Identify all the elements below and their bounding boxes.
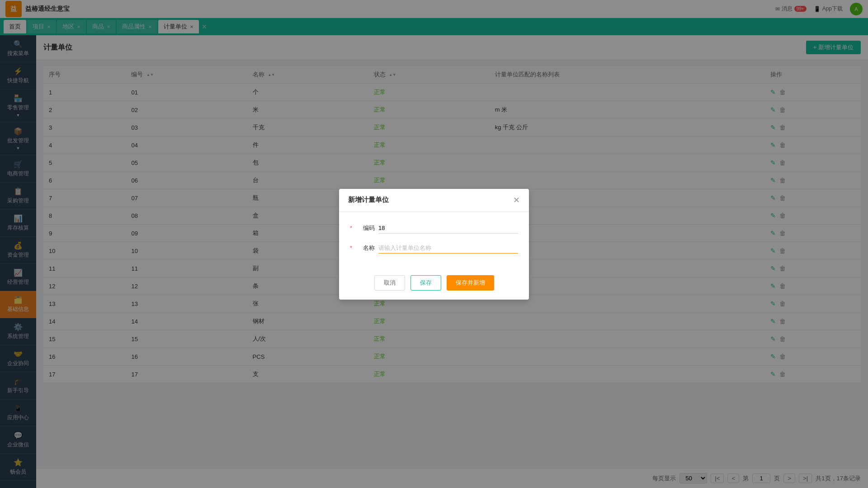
save-button[interactable]: 保存 <box>410 275 441 291</box>
code-input[interactable] <box>378 223 518 234</box>
modal-close-btn[interactable]: ✕ <box>513 195 520 205</box>
code-label: 编码 <box>357 224 375 232</box>
modal-header: 新增计量单位 ✕ <box>339 189 529 212</box>
modal-overlay: 新增计量单位 ✕ * 编码 * 名称 取消 保存 保存并新增 <box>0 0 868 488</box>
name-required-mark: * <box>350 244 352 251</box>
save-and-new-button[interactable]: 保存并新增 <box>447 275 494 291</box>
name-input[interactable] <box>378 243 518 253</box>
modal-body: * 编码 * 名称 <box>339 212 529 270</box>
code-form-row: * 编码 <box>350 223 518 234</box>
name-label: 名称 <box>357 244 375 252</box>
cancel-button[interactable]: 取消 <box>374 275 405 291</box>
code-required-mark: * <box>350 225 352 231</box>
modal-footer: 取消 保存 保存并新增 <box>339 270 529 300</box>
name-form-row: * 名称 <box>350 243 518 253</box>
add-unit-modal: 新增计量单位 ✕ * 编码 * 名称 取消 保存 保存并新增 <box>339 189 529 300</box>
modal-title: 新增计量单位 <box>348 196 389 204</box>
